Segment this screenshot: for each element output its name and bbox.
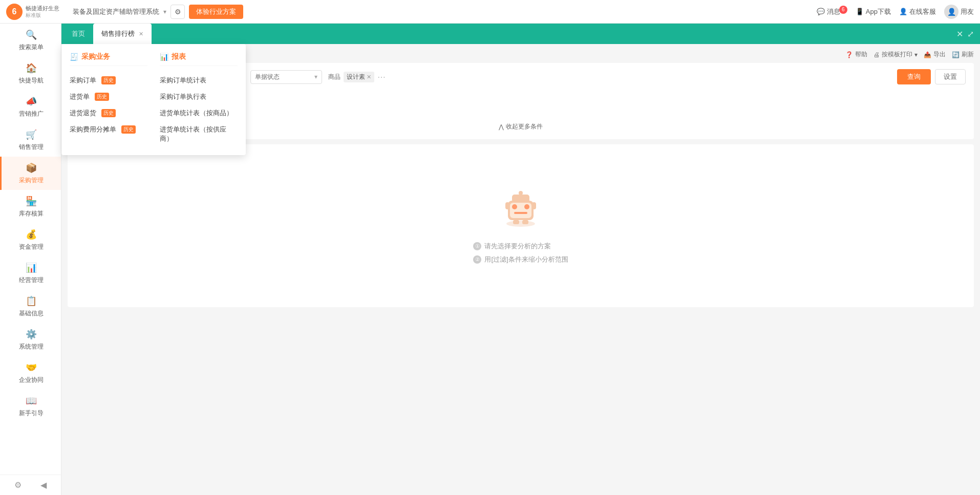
header-right: 💬 消息 6 📱 App下载 👤 在线客服 👤 用友 <box>817 5 974 19</box>
top-header: 6 畅捷通好生意 标准版 装备及固定资产辅助管理系统 ▾ ⚙ 体验行业方案 💬 … <box>0 0 980 24</box>
online-service-button[interactable]: 👤 在线客服 <box>899 7 936 16</box>
history-badge-4: 历史 <box>121 125 136 134</box>
sidebar-item-marketing-label: 营销推广 <box>19 110 44 118</box>
purchase-col-icon: 🧾 <box>70 53 78 61</box>
purchase-order-exec-label: 采购订单执行表 <box>160 92 206 101</box>
sidebar-item-system-label: 系统管理 <box>19 342 44 351</box>
refresh-label: 刷新 <box>962 50 974 59</box>
tip1-text: 请先选择要分析的方案 <box>484 240 551 253</box>
help-button[interactable]: ❓ 帮助 <box>845 50 867 59</box>
dropdown-item-stock-in[interactable]: 进货单 历史 <box>70 89 147 105</box>
tip2-num: ② <box>473 255 481 264</box>
sidebar-item-system[interactable]: ⚙️ 系统管理 <box>0 323 61 356</box>
dropdown-item-purchase-cost[interactable]: 采购费用分摊单 历史 <box>70 121 147 138</box>
svg-rect-9 <box>522 220 528 224</box>
svg-point-3 <box>512 204 517 209</box>
svg-point-4 <box>524 204 529 209</box>
svg-rect-8 <box>513 220 519 224</box>
sidebar-item-enterprise[interactable]: 🤝 企业协同 <box>0 356 61 390</box>
sidebar-item-sales-label: 销售管理 <box>19 143 44 152</box>
goods-dots-icon[interactable]: ⋯ <box>377 72 386 82</box>
dropdown-arrow-icon[interactable]: ▾ <box>163 8 166 15</box>
system-icon: ⚙️ <box>25 328 37 340</box>
tab-expand-icon[interactable]: ⤢ <box>967 29 974 39</box>
collapse-label: 收起更多条件 <box>506 122 543 131</box>
dropdown-item-purchase-order-exec[interactable]: 采购订单执行表 <box>160 89 238 105</box>
sidebar-item-purchase[interactable]: 📦 采购管理 <box>0 157 61 190</box>
settings-button[interactable]: 设置 <box>935 69 966 84</box>
goods-tag-text: 设计素 <box>347 73 365 81</box>
sidebar-item-sales[interactable]: 🛒 销售管理 <box>0 123 61 157</box>
handshake-icon: 🤝 <box>25 361 37 374</box>
tab-sales-ranking[interactable]: 销售排行榜 ✕ <box>93 24 152 44</box>
sidebar-item-basic-label: 基础信息 <box>19 309 44 318</box>
history-badge-3: 历史 <box>101 109 116 117</box>
goods-tag-close-icon[interactable]: ✕ <box>367 74 371 80</box>
service-icon: 👤 <box>899 8 907 15</box>
dropdown-report-title: 📊 报表 <box>160 52 238 66</box>
sidebar-item-newbie[interactable]: 📖 新手引导 <box>0 390 61 423</box>
print-dropdown-icon: ▾ <box>914 51 918 58</box>
store-icon: 🏪 <box>25 195 37 207</box>
footer-settings-icon[interactable]: ⚙ <box>14 480 22 490</box>
dropdown-item-purchase-order-stats[interactable]: 采购订单统计表 <box>160 72 238 89</box>
phone-icon: 📱 <box>856 8 864 15</box>
tip2-text: 用[过滤]条件来缩小分析范围 <box>484 253 568 266</box>
sidebar-item-operations[interactable]: 📊 经营管理 <box>0 256 61 290</box>
history-badge-2: 历史 <box>95 93 109 101</box>
tab-close-icon[interactable]: ✕ <box>139 31 143 37</box>
box-icon: 📦 <box>25 162 37 174</box>
sidebar-item-search[interactable]: 🔍 搜索菜单 <box>0 24 61 57</box>
sidebar-item-inventory-label: 库存核算 <box>19 209 44 218</box>
export-button[interactable]: 📤 导出 <box>924 50 946 59</box>
notification-button[interactable]: 💬 消息 6 <box>817 7 847 16</box>
sidebar-item-finance[interactable]: 💰 资金管理 <box>0 223 61 256</box>
book-icon: 📖 <box>25 395 37 407</box>
sidebar-item-inventory[interactable]: 🏪 库存核算 <box>0 190 61 223</box>
empty-tips: ① 请先选择要分析的方案 ② 用[过滤]条件来缩小分析范围 <box>473 240 568 266</box>
refresh-button[interactable]: 🔄 刷新 <box>952 50 974 59</box>
sidebar-item-marketing[interactable]: 📣 营销推广 <box>0 90 61 123</box>
sidebar: 🔍 搜索菜单 🏠 快捷导航 📣 营销推广 🛒 销售管理 📦 采购管理 🏪 库存核… <box>0 24 61 495</box>
bell-icon: 💬 <box>817 8 825 15</box>
tab-home[interactable]: 首页 <box>63 24 93 44</box>
app-download-label: App下载 <box>866 7 891 16</box>
dropdown-item-stock-return[interactable]: 进货退货 历史 <box>70 105 147 121</box>
goods-filter: 商品 设计素 ✕ ⋯ <box>328 72 386 82</box>
user-avatar: 👤 <box>944 5 958 19</box>
purchase-order-label: 采购订单 <box>70 76 96 85</box>
megaphone-icon: 📣 <box>25 95 37 107</box>
sidebar-item-basic[interactable]: 📋 基础信息 <box>0 290 61 323</box>
doc-status-select[interactable]: 单据状态 ▾ <box>250 70 322 84</box>
user-menu[interactable]: 👤 用友 <box>944 5 974 19</box>
footer-collapse-icon[interactable]: ◀ <box>40 480 47 490</box>
stock-stats-supplier-label: 进货单统计表（按供应商） <box>160 125 238 143</box>
tab-close-all-icon[interactable]: ✕ <box>956 29 963 39</box>
settings-icon[interactable]: ⚙ <box>171 5 185 19</box>
dropdown-purchase-title: 🧾 采购业务 <box>70 52 147 66</box>
svg-point-11 <box>519 191 523 195</box>
sidebar-item-purchase-label: 采购管理 <box>19 176 44 185</box>
dropdown-purchase-col: 🧾 采购业务 采购订单 历史 进货单 历史 进货退货 历史 采购费用分摊单 历史 <box>70 52 147 147</box>
logo-sub: 标准版 <box>26 12 59 18</box>
sidebar-item-search-label: 搜索菜单 <box>19 43 44 52</box>
dropdown-item-purchase-order[interactable]: 采购订单 历史 <box>70 72 147 89</box>
app-download-button[interactable]: 📱 App下载 <box>856 7 891 16</box>
sidebar-footer: ⚙ ◀ <box>0 475 61 495</box>
export-icon: 📤 <box>924 51 931 58</box>
svg-rect-7 <box>532 202 536 209</box>
template-print-button[interactable]: 🖨 按模板打印 ▾ <box>874 50 918 59</box>
report-col-icon: 📊 <box>160 53 168 61</box>
notification-label: 消息 <box>827 7 840 16</box>
sidebar-item-finance-label: 资金管理 <box>19 243 44 251</box>
home-icon: 🏠 <box>25 62 37 74</box>
industry-button[interactable]: 体验行业方案 <box>189 5 243 19</box>
purchase-col-label: 采购业务 <box>81 52 110 61</box>
doc-status-label: 单据状态 <box>255 73 280 81</box>
dropdown-item-stock-stats-supplier[interactable]: 进货单统计表（按供应商） <box>160 121 238 147</box>
dropdown-item-stock-stats-goods[interactable]: 进货单统计表（按商品） <box>160 105 238 121</box>
query-button[interactable]: 查询 <box>897 69 931 84</box>
sidebar-item-quick-nav-label: 快捷导航 <box>19 76 44 85</box>
empty-tip-1: ① 请先选择要分析的方案 <box>473 240 568 253</box>
sidebar-item-quick-nav[interactable]: 🏠 快捷导航 <box>0 57 61 90</box>
